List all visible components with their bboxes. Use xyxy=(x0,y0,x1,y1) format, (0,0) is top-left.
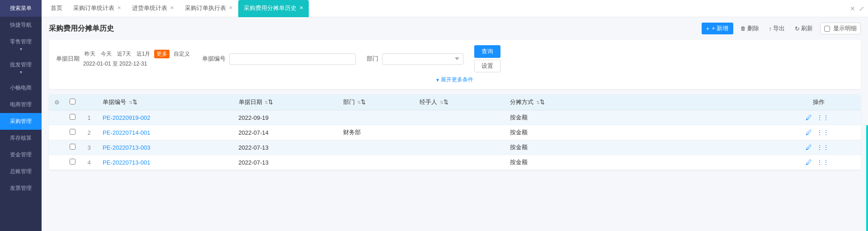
row-handler-2 xyxy=(415,140,505,155)
row-checkbox-2[interactable] xyxy=(70,144,75,150)
num-col-header xyxy=(80,94,98,110)
row-checkbox-0[interactable] xyxy=(70,114,75,120)
search-row: 单据日期 昨天 今天 近7天 近1月 更多 自定义 2022-01-01 至 2… xyxy=(56,45,854,72)
row-handler-3 xyxy=(415,155,505,170)
yesterday-btn[interactable]: 昨天 xyxy=(83,50,97,58)
show-cols-checkbox[interactable] xyxy=(824,26,830,32)
query-btns-container: 查询 设置 xyxy=(474,45,500,72)
row-more-btn-2[interactable]: ⋮⋮ xyxy=(816,144,829,151)
row-check-3[interactable] xyxy=(65,155,80,170)
row-gear-1 xyxy=(49,125,65,140)
select-all-checkbox[interactable] xyxy=(70,99,75,104)
data-table: ⚙ 单据编号 ⇅ 单据日期 ⇅ xyxy=(49,94,861,170)
more-date-btn[interactable]: 更多 xyxy=(154,50,170,58)
sidebar-item-retail[interactable]: 零售管理 ▾ xyxy=(0,33,42,57)
sidebar-item-label: 总账管理 xyxy=(2,168,40,175)
tab-purchase-cost-history[interactable]: 采购费用分摊单历史 ✕ xyxy=(238,0,309,17)
table-header-row: ⚙ 单据编号 ⇅ 单据日期 ⇅ xyxy=(49,94,861,110)
row-edit-btn-0[interactable]: 🖊 xyxy=(806,114,812,121)
row-check-1[interactable] xyxy=(65,125,80,140)
row-more-btn-0[interactable]: ⋮⋮ xyxy=(816,114,829,121)
page-header: 采购费用分摊单历史 + + 新增 🗑 删除 ↑ 导出 ↻ 刷新 xyxy=(49,23,861,34)
custom-date-btn[interactable]: 自定义 xyxy=(172,50,191,58)
row-num-1: 2 xyxy=(80,125,98,140)
sidebar-item-label: 发票管理 xyxy=(2,184,40,192)
gear-col-header[interactable]: ⚙ xyxy=(49,94,65,110)
query-button[interactable]: 查询 xyxy=(474,45,500,58)
row-edit-btn-2[interactable]: 🖊 xyxy=(806,144,812,151)
new-button[interactable]: + + 新增 xyxy=(702,23,733,34)
row-more-btn-1[interactable]: ⋮⋮ xyxy=(816,129,829,136)
tab-close-purchase-stats[interactable]: ✕ xyxy=(117,5,121,11)
sidebar-item-finance[interactable]: 资金管理 xyxy=(0,146,42,163)
date-shortcuts: 昨天 今天 近7天 近1月 更多 自定义 xyxy=(83,50,191,58)
tab-home[interactable]: 首页 xyxy=(45,0,68,17)
tab-goods-stats[interactable]: 进货单统计表 ✕ xyxy=(127,0,179,17)
expand-more-btn[interactable]: ▾ 展开更多条件 xyxy=(56,76,854,84)
sidebar-item-purchase[interactable]: 采购管理 xyxy=(0,113,42,130)
search-settings-button[interactable]: 设置 xyxy=(474,60,500,72)
sidebar-item-ledger[interactable]: 总账管理 xyxy=(0,163,42,180)
row-dept-0 xyxy=(339,110,415,125)
search-bar: 单据日期 昨天 今天 近7天 近1月 更多 自定义 2022-01-01 至 2… xyxy=(49,40,861,89)
row-edit-btn-1[interactable]: 🖊 xyxy=(806,129,812,136)
row-doc-no-0[interactable]: PE-20220919-002 xyxy=(98,110,234,125)
row-check-0[interactable] xyxy=(65,110,80,125)
sidebar-item-search[interactable]: 搜索菜单 xyxy=(0,0,42,17)
sidebar-item-inventory[interactable]: 库存核算 xyxy=(0,130,42,146)
row-gear-3 xyxy=(49,155,65,170)
row-more-btn-3[interactable]: ⋮⋮ xyxy=(816,159,829,166)
sidebar-item-wholesale[interactable]: 批发管理 ▾ xyxy=(0,57,42,80)
row-dept-3 xyxy=(339,155,415,170)
last7days-btn[interactable]: 近7天 xyxy=(116,50,132,58)
dept-select[interactable] xyxy=(382,53,463,65)
tab-purchase-stats[interactable]: 采购订单统计表 ✕ xyxy=(68,0,127,17)
row-doc-no-2[interactable]: PE-20220713-003 xyxy=(98,140,234,155)
row-checkbox-1[interactable] xyxy=(70,129,75,135)
row-split-1: 按金额 xyxy=(505,125,777,140)
export-button[interactable]: ↑ 导出 xyxy=(766,23,788,34)
last1month-btn[interactable]: 近1月 xyxy=(135,50,152,58)
sidebar-item-ecommerce-mini[interactable]: 小畅电商 xyxy=(0,80,42,96)
row-checkbox-3[interactable] xyxy=(70,159,75,165)
doc-no-field: 单据编号 xyxy=(202,53,356,65)
tab-close-purchase-cost-history[interactable]: ✕ xyxy=(299,5,303,11)
handler-col-header: 经手人 ⇅ xyxy=(415,94,505,110)
table-row: 2 PE-20220714-001 2022-07-14 财务部 按金额 🖊 ⋮… xyxy=(49,125,861,140)
refresh-button[interactable]: ↻ 刷新 xyxy=(792,23,816,34)
show-cols-button[interactable]: 显示明细 xyxy=(820,23,861,34)
dept-sort-icon[interactable]: ⇅ xyxy=(356,99,366,105)
sidebar-item-quicknav[interactable]: 快捷导航 xyxy=(0,17,42,33)
row-doc-no-1[interactable]: PE-20220714-001 xyxy=(98,125,234,140)
doc-date-sort-icon[interactable]: ⇅ xyxy=(264,99,273,105)
table-row: 3 PE-20220713-003 2022-07-13 按金额 🖊 ⋮⋮ xyxy=(49,140,861,155)
delete-button[interactable]: 🗑 删除 xyxy=(738,23,762,34)
date-range-text: 2022-01-01 至 2022-12-31 xyxy=(83,60,191,68)
dept-label: 部门 xyxy=(367,55,378,63)
expand-window-icon[interactable]: ⤢ xyxy=(859,5,864,12)
row-dept-2 xyxy=(339,140,415,155)
check-col-header xyxy=(65,94,80,110)
doc-no-sort-icon[interactable]: ⇅ xyxy=(128,99,137,105)
refresh-icon: ↻ xyxy=(795,25,800,32)
tab-purchase-exec[interactable]: 采购订单执行表 ✕ xyxy=(179,0,238,17)
dept-col-header: 部门 ⇅ xyxy=(339,94,415,110)
close-window-icon[interactable]: ✕ xyxy=(850,5,855,12)
sidebar-item-label: 批发管理 xyxy=(2,61,40,69)
split-sort-icon[interactable]: ⇅ xyxy=(535,99,545,105)
date-shortcuts-container: 昨天 今天 近7天 近1月 更多 自定义 2022-01-01 至 2022-1… xyxy=(83,50,191,68)
row-edit-btn-3[interactable]: 🖊 xyxy=(806,159,812,166)
row-date-0: 2022-09-19 xyxy=(234,110,339,125)
row-doc-no-3[interactable]: PE-20220713-001 xyxy=(98,155,234,170)
today-btn[interactable]: 今天 xyxy=(99,50,113,58)
sidebar-item-ecommerce[interactable]: 电商管理 xyxy=(0,96,42,113)
sidebar-item-invoice[interactable]: 发票管理 xyxy=(0,180,42,197)
tab-close-purchase-exec[interactable]: ✕ xyxy=(229,5,233,11)
row-gear-2 xyxy=(49,140,65,155)
tab-close-goods-stats[interactable]: ✕ xyxy=(170,5,174,11)
row-date-2: 2022-07-13 xyxy=(234,140,339,155)
doc-no-input[interactable] xyxy=(229,53,356,65)
row-check-2[interactable] xyxy=(65,140,80,155)
split-method-col-header: 分摊方式 ⇅ xyxy=(505,94,777,110)
handler-sort-icon[interactable]: ⇅ xyxy=(439,99,448,105)
